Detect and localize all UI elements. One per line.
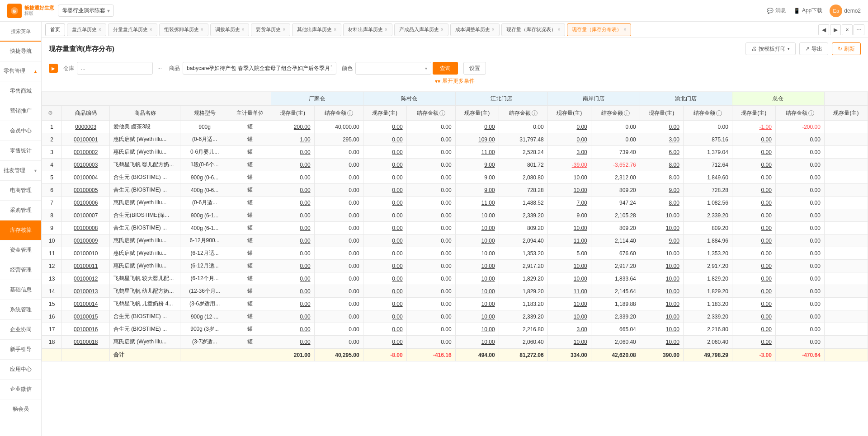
- cell-fj-qty[interactable]: 0.00: [271, 310, 314, 323]
- cell-total-qty[interactable]: 0.00: [732, 247, 775, 260]
- tab-stocktake[interactable]: 盘点单历史 ×: [67, 23, 106, 36]
- cell-na-qty[interactable]: 10.00: [547, 171, 591, 184]
- cell-yb-qty[interactable]: 10.00: [640, 323, 683, 336]
- sidebar-item-wholesale[interactable]: 批发管理 ▼: [0, 161, 41, 181]
- cell-yb-qty[interactable]: 10.00: [640, 222, 683, 234]
- tab-stocktake-close[interactable]: ×: [99, 27, 101, 32]
- user-area[interactable]: Ea demo2: [830, 5, 861, 17]
- cell-code[interactable]: 00100008: [62, 222, 110, 234]
- cell-jb-qty[interactable]: 10.00: [455, 222, 499, 234]
- cell-code[interactable]: 00100011: [62, 260, 110, 272]
- cell-fj-qty[interactable]: 0.00: [271, 234, 314, 247]
- sidebar-item-wechat[interactable]: 企业微信: [0, 380, 41, 399]
- tab-assemble[interactable]: 组装拆卸单历史 ×: [159, 23, 208, 36]
- cell-code[interactable]: 0000003: [62, 121, 110, 133]
- cell-na-qty[interactable]: 7.00: [547, 197, 591, 209]
- sidebar-item-vip[interactable]: 畅会员: [0, 399, 41, 419]
- cell-yb-qty[interactable]: 10.00: [640, 260, 683, 272]
- tab-material-out[interactable]: 材料出库单历史 ×: [343, 23, 392, 36]
- cell-na-qty[interactable]: 9.00: [547, 209, 591, 222]
- cell-fj-qty[interactable]: 0.00: [271, 298, 314, 310]
- cell-total-qty[interactable]: 0.00: [732, 133, 775, 146]
- cell-code[interactable]: 00100006: [62, 197, 110, 209]
- cell-total-qty[interactable]: 0.00: [732, 285, 775, 298]
- cell-code[interactable]: 00100010: [62, 247, 110, 260]
- cell-fj-qty[interactable]: 200.00: [271, 121, 314, 133]
- cell-jb-qty[interactable]: 10.00: [455, 260, 499, 272]
- sidebar-item-retail-mgmt[interactable]: 零售管理 ▲: [0, 61, 41, 81]
- cell-code[interactable]: 00100018: [62, 336, 110, 349]
- tab-purchase-close[interactable]: ×: [283, 27, 285, 32]
- sidebar-item-guide[interactable]: 新手引导: [0, 340, 41, 360]
- cell-total-qty[interactable]: 0.00: [732, 298, 775, 310]
- cell-yb-qty[interactable]: 9.00: [640, 184, 683, 197]
- cell-jb-qty[interactable]: 9.00: [455, 184, 499, 197]
- cell-cc-qty[interactable]: 0.00: [363, 222, 406, 234]
- cell-na-qty[interactable]: 0.00: [547, 121, 591, 133]
- cell-total-qty[interactable]: 0.00: [732, 336, 775, 349]
- cell-fj-qty[interactable]: 0.00: [271, 285, 314, 298]
- cell-total-qty[interactable]: 0.00: [732, 159, 775, 171]
- cell-na-qty[interactable]: 11.00: [547, 285, 591, 298]
- warehouse-input[interactable]: [77, 62, 153, 75]
- na-amt-info-icon[interactable]: i: [624, 110, 630, 116]
- cell-na-qty[interactable]: 3.00: [547, 146, 591, 159]
- cell-cc-qty[interactable]: 0.00: [363, 121, 406, 133]
- cell-jb-qty[interactable]: 10.00: [455, 323, 499, 336]
- cell-na-qty[interactable]: 5.00: [547, 247, 591, 260]
- cell-fj-qty[interactable]: 0.00: [271, 336, 314, 349]
- cell-total-qty[interactable]: 0.00: [732, 310, 775, 323]
- cell-code[interactable]: 00100009: [62, 234, 110, 247]
- cell-na-qty[interactable]: -39.00: [547, 159, 591, 171]
- color-input[interactable]: [355, 62, 431, 75]
- tab-purchase-order[interactable]: 要货单历史 ×: [251, 23, 290, 36]
- cell-yb-qty[interactable]: 10.00: [640, 298, 683, 310]
- warehouse-more-btn[interactable]: ···: [156, 65, 164, 71]
- tab-material-close[interactable]: ×: [385, 27, 387, 32]
- tab-prev-btn[interactable]: ◀: [818, 24, 829, 35]
- cell-fj-qty[interactable]: 0.00: [271, 247, 314, 260]
- cell-total-qty[interactable]: 0.00: [732, 171, 775, 184]
- cell-yb-qty[interactable]: 8.00: [640, 171, 683, 184]
- cell-fj-qty[interactable]: 1.00: [271, 133, 314, 146]
- cell-cc-qty[interactable]: 0.00: [363, 272, 406, 285]
- cell-yb-qty[interactable]: 10.00: [640, 209, 683, 222]
- cell-jb-qty[interactable]: 10.00: [455, 247, 499, 260]
- sidebar-item-search[interactable]: 搜索英单: [0, 22, 41, 42]
- cell-cc-qty[interactable]: 0.00: [363, 234, 406, 247]
- cell-fj-qty[interactable]: 0.00: [271, 323, 314, 336]
- cell-total-qty[interactable]: 0.00: [732, 184, 775, 197]
- cell-cc-qty[interactable]: 0.00: [363, 133, 406, 146]
- cell-cc-qty[interactable]: 0.00: [363, 209, 406, 222]
- cell-na-qty[interactable]: 10.00: [547, 184, 591, 197]
- cell-jb-qty[interactable]: 10.00: [455, 298, 499, 310]
- sidebar-item-quick-nav[interactable]: 快捷导航: [0, 42, 41, 61]
- cell-jb-qty[interactable]: 10.00: [455, 272, 499, 285]
- cell-code[interactable]: 00100015: [62, 310, 110, 323]
- cell-cc-qty[interactable]: 0.00: [363, 310, 406, 323]
- cell-code[interactable]: 00100005: [62, 184, 110, 197]
- tab-other-out[interactable]: 其他出库单历史 ×: [292, 23, 341, 36]
- org-selector[interactable]: 母婴行业演示陈套 ▾: [58, 5, 114, 17]
- cell-total-qty[interactable]: -1.00: [732, 121, 775, 133]
- cell-code[interactable]: 00100007: [62, 209, 110, 222]
- cell-total-qty[interactable]: 0.00: [732, 323, 775, 336]
- setting-button[interactable]: 设置: [463, 62, 486, 75]
- sidebar-item-system[interactable]: 系统管理: [0, 300, 41, 320]
- cell-fj-qty[interactable]: 0.00: [271, 159, 314, 171]
- sidebar-item-purchase[interactable]: 采购管理: [0, 201, 41, 220]
- sidebar-item-finance[interactable]: 资金管理: [0, 240, 41, 260]
- export-button[interactable]: ↗ 导出: [799, 42, 828, 55]
- cell-yb-qty[interactable]: 10.00: [640, 247, 683, 260]
- tab-menu-btn[interactable]: ⋯: [854, 24, 864, 35]
- cell-total-qty[interactable]: 0.00: [732, 197, 775, 209]
- filter-collapse-btn[interactable]: ▶: [49, 64, 58, 73]
- cell-yb-qty[interactable]: 0.00: [640, 121, 683, 133]
- cell-cc-qty[interactable]: 0.00: [363, 285, 406, 298]
- cell-code[interactable]: 00100001: [62, 133, 110, 146]
- app-download-action[interactable]: 📱 App下载: [793, 7, 822, 14]
- cell-na-qty[interactable]: 10.00: [547, 222, 591, 234]
- cell-yb-qty[interactable]: 8.00: [640, 159, 683, 171]
- cell-jb-qty[interactable]: 9.00: [455, 159, 499, 171]
- tab-stock-dist[interactable]: 现存量（库存分布表） ×: [567, 23, 631, 36]
